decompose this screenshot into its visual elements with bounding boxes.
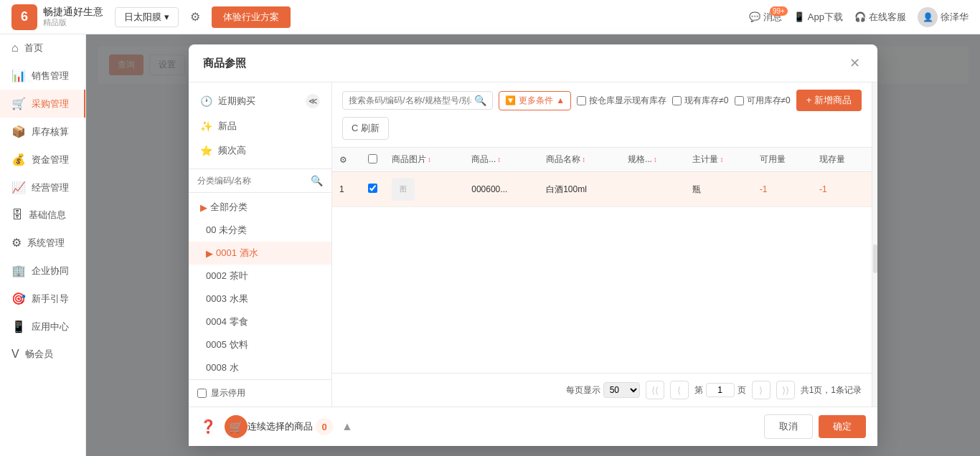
prev-page-button[interactable]: ⟨ [670, 381, 689, 399]
cart-button[interactable]: 🛒 [225, 415, 248, 438]
modal-close-button[interactable]: ✕ [846, 54, 863, 72]
available-checkbox-label[interactable]: 现有库存≠0 [684, 95, 728, 107]
th-unit: 主计量 ↕ [685, 148, 752, 172]
category-item-0003[interactable]: 0003 水果 [189, 288, 331, 310]
help-icon[interactable]: ❓ [200, 419, 216, 434]
show-disabled-label[interactable]: 显示停用 [211, 387, 245, 399]
cell-available: -1 [753, 172, 812, 207]
sidebar-item-home[interactable]: ⌂ 首页 [0, 34, 85, 62]
message-icon: 💬 [749, 11, 760, 22]
category-item-0001[interactable]: ▶ 0001 酒水 [189, 242, 331, 265]
logo-title: 畅捷通好生意 [43, 6, 103, 18]
category-search-icon[interactable]: 🔍 [311, 175, 323, 186]
category-search-input[interactable] [197, 176, 306, 186]
usable-checkbox-label[interactable]: 可用库存≠0 [747, 95, 791, 107]
purchase-icon: 🛒 [11, 97, 26, 110]
cancel-button[interactable]: 取消 [764, 414, 813, 439]
chevron-up-icon: ▲ [556, 95, 565, 105]
sidebar-item-label: 资金管理 [32, 153, 69, 166]
sidebar-item-member[interactable]: V 畅会员 [0, 341, 85, 368]
sidebar-item-basic[interactable]: 🗄 基础信息 [0, 201, 85, 229]
app-download-label: App下载 [808, 11, 843, 24]
sidebar-item-system[interactable]: ⚙ 系统管理 [0, 229, 85, 257]
modal-overlay: 商品参照 ✕ 🕐 近期购买 ≪ [86, 34, 980, 456]
nav-dropdown[interactable]: 日太阳膜 ▾ [115, 7, 179, 27]
checkbox-available[interactable]: 现有库存≠0 [672, 95, 728, 107]
category-item-0008[interactable]: 0008 水 [189, 356, 331, 379]
sidebar-item-label: 经营管理 [32, 181, 69, 194]
sidebar-item-enterprise[interactable]: 🏢 企业协同 [0, 257, 85, 285]
page-number-input[interactable] [706, 383, 735, 397]
headset-icon: 🎧 [854, 11, 866, 22]
category-item-all[interactable]: ▶ 全部分类 [189, 196, 331, 219]
cell-spec [621, 172, 686, 207]
sidebar-item-finance[interactable]: 💰 资金管理 [0, 146, 85, 174]
usable-checkbox[interactable] [735, 96, 744, 105]
message-item[interactable]: 💬 消息 99+ [749, 11, 782, 24]
page-size-dropdown[interactable]: 50 10 20 100 [603, 382, 640, 398]
last-page-button[interactable]: ⟩⟩ [776, 381, 795, 399]
clock-icon: 🕐 [200, 95, 212, 107]
warehouse-checkbox-label[interactable]: 按仓库显示现有库存 [589, 95, 666, 107]
modal-header: 商品参照 ✕ [189, 44, 877, 82]
table-row[interactable]: 1 图 [332, 172, 872, 207]
sidebar-item-inventory[interactable]: 📦 库存核算 [0, 118, 85, 146]
sort-icon: ↕ [654, 156, 657, 163]
row-checkbox[interactable] [368, 184, 377, 193]
tab-recent-purchases[interactable]: 🕐 近期购买 ≪ [189, 88, 331, 114]
category-item-0005[interactable]: 0005 饮料 [189, 333, 331, 356]
avatar: 👤 [918, 7, 938, 27]
sort-icon: ↕ [497, 156, 501, 163]
sidebar-item-sales[interactable]: 📊 销售管理 [0, 62, 85, 90]
page-size-label: 每页显示 [566, 384, 600, 396]
online-service-item[interactable]: 🎧 在线客服 [854, 11, 906, 24]
product-table: ⚙ 商品图片 ↕ [332, 148, 872, 207]
page-input-area: 第 页 [694, 383, 746, 397]
settings-icon[interactable]: ⚙ [339, 155, 347, 165]
sidebar-item-label: 系统管理 [27, 237, 65, 250]
table-body: 1 图 [332, 172, 872, 207]
th-spec: 规格... ↕ [621, 148, 686, 172]
username-label: 徐泽华 [941, 11, 969, 24]
category-label: 0002 茶叶 [206, 270, 248, 282]
category-item-00[interactable]: 00 未分类 [189, 219, 331, 242]
show-disabled-checkbox[interactable] [197, 389, 207, 398]
product-search-input[interactable] [349, 95, 471, 105]
refresh-button[interactable]: C 刷新 [342, 117, 389, 140]
available-checkbox[interactable] [672, 96, 682, 105]
modal-left-panel: 🕐 近期购买 ≪ ✨ 新品 ⭐ 频次高 [189, 82, 332, 407]
sidebar-item-label: 库存核算 [32, 125, 69, 138]
category-item-0002[interactable]: 0002 茶叶 [189, 265, 331, 288]
product-thumbnail: 图 [392, 178, 415, 201]
checkbox-usable[interactable]: 可用库存≠0 [735, 95, 791, 107]
add-product-button[interactable]: + 新增商品 [796, 90, 862, 111]
settings-icon[interactable]: ⚙ [184, 6, 206, 28]
warehouse-checkbox[interactable] [577, 96, 586, 105]
sidebar-item-operations[interactable]: 📈 经营管理 [0, 174, 85, 201]
next-page-button[interactable]: ⟩ [752, 381, 771, 399]
collapse-button[interactable]: ≪ [306, 94, 320, 108]
checkbox-warehouse[interactable]: 按仓库显示现有库存 [577, 95, 666, 107]
tab-new-products[interactable]: ✨ 新品 [189, 114, 331, 138]
tab-high-frequency[interactable]: ⭐ 频次高 [189, 138, 331, 163]
confirm-button[interactable]: 确定 [819, 415, 866, 438]
select-all-checkbox[interactable] [368, 154, 377, 163]
category-item-0004[interactable]: 0004 零食 [189, 310, 331, 333]
right-scrollbar[interactable] [872, 82, 877, 407]
basic-icon: 🗄 [11, 209, 23, 222]
app-download-item[interactable]: 📱 App下载 [793, 11, 843, 24]
sidebar-item-guide[interactable]: 🎯 新手引导 [0, 285, 85, 313]
selected-count: 0 [316, 418, 333, 435]
trial-button[interactable]: 体验行业方案 [212, 6, 291, 28]
sidebar-item-purchase[interactable]: 🛒 采购管理 [0, 90, 85, 118]
search-icon[interactable]: 🔍 [474, 95, 486, 106]
user-item[interactable]: 👤 徐泽华 [918, 7, 969, 27]
sidebar-item-apps[interactable]: 📱 应用中心 [0, 313, 85, 341]
collapse-icon[interactable]: ▲ [341, 420, 353, 433]
first-page-button[interactable]: ⟨⟨ [646, 381, 664, 399]
online-service-label: 在线客服 [869, 11, 906, 24]
cell-checkbox[interactable] [361, 172, 385, 207]
th-available: 可用量 [753, 148, 812, 172]
filter-button[interactable]: 🔽 更多条件 ▲ [499, 91, 571, 110]
sidebar-item-label: 基础信息 [29, 209, 66, 222]
